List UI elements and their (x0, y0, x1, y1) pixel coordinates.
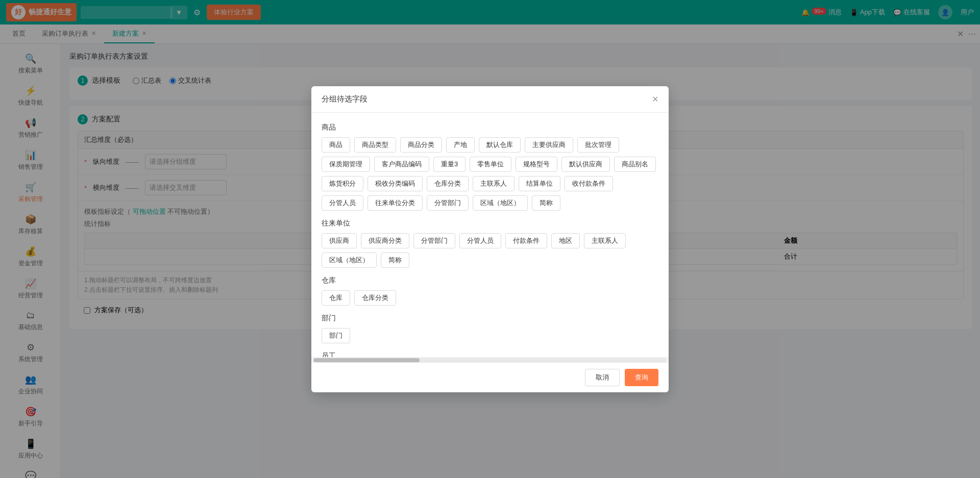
section-title-product: 商品 (322, 123, 658, 132)
chip-product-15[interactable]: 税收分类编码 (368, 176, 423, 191)
chip-product-19[interactable]: 收付款条件 (565, 176, 613, 191)
chip-partner-6[interactable]: 主联系人 (584, 233, 626, 248)
chip-partner-0[interactable]: 供应商 (322, 233, 357, 248)
chip-product-18[interactable]: 结算单位 (519, 176, 560, 191)
chip-product-0[interactable]: 商品 (322, 137, 350, 153)
chip-partner-8[interactable]: 简称 (381, 253, 409, 268)
chip-product-3[interactable]: 产地 (446, 137, 475, 153)
chip-product-17[interactable]: 主联系人 (473, 176, 514, 191)
chip-product-21[interactable]: 往来单位分类 (368, 195, 423, 211)
chip-product-23[interactable]: 区域（地区） (473, 195, 528, 211)
chip-warehouse-0[interactable]: 仓库 (322, 290, 350, 306)
section-title-employee: 员工 (322, 351, 658, 357)
chip-product-14[interactable]: 炼货积分 (322, 176, 363, 191)
chip-partner-1[interactable]: 供应商分类 (361, 233, 409, 248)
chip-product-7[interactable]: 保质期管理 (322, 157, 370, 172)
chip-product-5[interactable]: 主要供应商 (525, 137, 573, 153)
modal-footer: 取消 查询 (311, 362, 669, 392)
modal-header: 分组待选字段 ✕ (311, 86, 669, 113)
modal-close-btn[interactable]: ✕ (652, 94, 658, 104)
dept-chips: 部门 (322, 328, 658, 343)
chip-partner-3[interactable]: 分管人员 (459, 233, 501, 248)
chip-product-16[interactable]: 仓库分类 (427, 176, 469, 191)
modal-hscrollbar[interactable] (311, 357, 669, 362)
hscroll-thumb (313, 358, 420, 362)
chip-product-22[interactable]: 分管部门 (427, 195, 469, 211)
warehouse-chips: 仓库 仓库分类 (322, 290, 658, 306)
chip-product-10[interactable]: 零售单位 (470, 157, 511, 172)
chip-partner-5[interactable]: 地区 (551, 233, 580, 248)
chip-dept-0[interactable]: 部门 (322, 328, 350, 343)
chip-partner-7[interactable]: 区域（地区） (322, 253, 377, 268)
product-chips: 商品 商品类型 商品分类 产地 默认仓库 主要供应商 批次管理 保质期管理 客户… (322, 137, 658, 211)
modal-body: 商品 商品 商品类型 商品分类 产地 默认仓库 主要供应商 批次管理 保质期管理… (311, 113, 669, 357)
section-title-warehouse: 仓库 (322, 276, 658, 285)
hscroll-track (313, 358, 667, 362)
modal-title: 分组待选字段 (322, 94, 368, 104)
chip-product-13[interactable]: 商品别名 (614, 157, 656, 172)
section-title-partner: 往来单位 (322, 219, 658, 228)
chip-product-24[interactable]: 简称 (532, 195, 560, 211)
chip-product-1[interactable]: 商品类型 (354, 137, 396, 153)
chip-product-4[interactable]: 默认仓库 (479, 137, 521, 153)
chip-partner-4[interactable]: 付款条件 (505, 233, 547, 248)
chip-product-20[interactable]: 分管人员 (322, 195, 363, 211)
chip-product-6[interactable]: 批次管理 (577, 137, 619, 153)
chip-partner-2[interactable]: 分管部门 (413, 233, 455, 248)
chip-product-11[interactable]: 规格型号 (516, 157, 557, 172)
chip-product-8[interactable]: 客户商品编码 (374, 157, 429, 172)
cancel-button[interactable]: 取消 (585, 369, 620, 386)
chip-product-2[interactable]: 商品分类 (400, 137, 442, 153)
confirm-button[interactable]: 查询 (625, 369, 658, 386)
modal: 分组待选字段 ✕ 商品 商品 商品类型 商品分类 产地 默认仓库 主要供应商 批… (311, 86, 669, 392)
section-title-dept: 部门 (322, 314, 658, 323)
chip-product-9[interactable]: 重量3 (433, 157, 465, 172)
partner-chips: 供应商 供应商分类 分管部门 分管人员 付款条件 地区 主联系人 区域（地区） … (322, 233, 658, 268)
chip-product-12[interactable]: 默认供应商 (561, 157, 610, 172)
modal-overlay: 分组待选字段 ✕ 商品 商品 商品类型 商品分类 产地 默认仓库 主要供应商 批… (0, 0, 980, 478)
chip-warehouse-1[interactable]: 仓库分类 (354, 290, 396, 306)
